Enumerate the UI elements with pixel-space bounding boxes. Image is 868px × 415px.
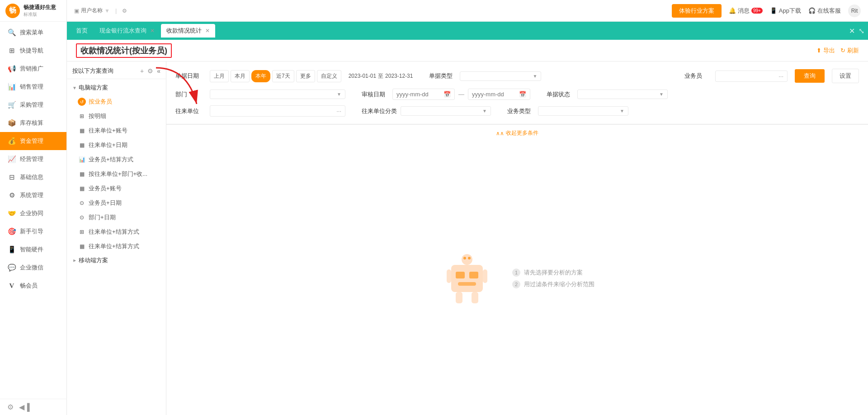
- sidebar-bottom: ⚙ ◀▐: [0, 399, 66, 415]
- left-panel-title: 按以下方案查询: [72, 67, 113, 75]
- sidebar-item-marketing[interactable]: 📢 营销推广: [0, 60, 66, 78]
- tree-item-by-salesperson-date[interactable]: ⊙ 业务员+日期: [67, 196, 166, 210]
- svg-point-9: [463, 257, 466, 259]
- step-num-2: 2: [512, 280, 520, 288]
- settings-button[interactable]: 设置: [832, 69, 859, 83]
- this-year-btn[interactable]: 本年: [251, 70, 270, 82]
- review-date-from[interactable]: 📅: [392, 89, 455, 100]
- counterparty-label: 往来单位: [175, 107, 203, 115]
- tree-item-by-dept-date[interactable]: ⊙ 部门+日期: [67, 210, 166, 225]
- empty-illustration: [440, 247, 494, 310]
- svg-rect-1: [456, 272, 465, 278]
- tab-collection-stats[interactable]: 收款情况统计 ✕: [161, 24, 215, 38]
- add-scheme-icon[interactable]: +: [140, 67, 144, 75]
- calendar-icon-1: 📅: [443, 91, 451, 98]
- header-right: 体验行业方案 🔔 消息 99+ 📱 App下载 🎧 在线客服 Rit: [672, 4, 861, 18]
- notification-icon: 🔔: [729, 7, 736, 14]
- business-type-select[interactable]: ▼: [538, 106, 628, 116]
- review-date-from-input[interactable]: [396, 91, 442, 98]
- tab-bank-flow[interactable]: 现金银行流水查询 ✕: [94, 24, 160, 38]
- salesperson-select[interactable]: ···: [715, 71, 788, 82]
- tree-section-mobile[interactable]: ▼ 移动端方案: [67, 254, 166, 267]
- department-select[interactable]: ▼: [210, 90, 345, 99]
- tab-maximize-icon[interactable]: ⤡: [859, 27, 864, 35]
- tree-arrow-mobile: ▼: [72, 258, 77, 263]
- prev-month-btn[interactable]: 上月: [210, 70, 229, 82]
- settings-header-icon[interactable]: ⚙: [122, 8, 127, 14]
- tree-item-by-salesperson-account[interactable]: ▦ 业务员+账号: [67, 181, 166, 196]
- review-date-to[interactable]: 📅: [468, 89, 530, 100]
- tree-item-by-unit-settlement2[interactable]: ▦ 往来单位+结算方式: [67, 239, 166, 254]
- query-button[interactable]: 查询: [795, 69, 825, 83]
- member-icon: V: [7, 281, 16, 290]
- collapse-bar[interactable]: ∧∧ 收起更多条件: [166, 124, 868, 141]
- sidebar-item-guide[interactable]: 🎯 新手引导: [0, 222, 66, 241]
- refresh-icon: ↻: [840, 47, 845, 54]
- counterparty-category-select[interactable]: ▼: [401, 106, 491, 116]
- business-type-chevron: ▼: [620, 108, 624, 113]
- tab-bar-actions: ✕ ⤡: [849, 27, 864, 35]
- empty-step-1: 1 请先选择要分析的方案: [512, 269, 594, 277]
- tree-item-by-unit-settlement1[interactable]: ⊞ 往来单位+结算方式: [67, 225, 166, 239]
- tree-item-by-unit-dept[interactable]: ▦ 按往来单位+部门+收...: [67, 167, 166, 181]
- table-icon-3: ▦: [78, 170, 86, 178]
- sidebar-item-basic[interactable]: ⊟ 基础信息: [0, 168, 66, 186]
- last7-btn[interactable]: 近7天: [272, 70, 294, 82]
- left-panel: 按以下方案查询 + ⚙ « ▼ 电脑端方案 ↺: [67, 61, 166, 415]
- main-area: ▣ 用户名称 ▼ | ⚙ 体验行业方案 🔔 消息 99+ 📱 App下载 🎧 在…: [67, 0, 868, 415]
- trial-button[interactable]: 体验行业方案: [672, 4, 722, 18]
- sidebar-item-sales[interactable]: 📊 销售管理: [0, 78, 66, 96]
- department-chevron: ▼: [337, 92, 341, 97]
- counterparty-select[interactable]: ···: [210, 105, 345, 117]
- date-buttons-group: 上月 本月 本年 近7天 更多 自定义: [210, 70, 341, 82]
- this-month-btn[interactable]: 本月: [231, 70, 250, 82]
- notification-action[interactable]: 🔔 消息 99+: [729, 7, 763, 15]
- tab-home[interactable]: 首页: [71, 24, 93, 38]
- app-download-action[interactable]: 📱 App下载: [770, 7, 801, 15]
- export-button[interactable]: ⬆ 导出: [816, 47, 835, 55]
- tab-bank-flow-close[interactable]: ✕: [150, 28, 155, 34]
- scheme-settings-icon[interactable]: ⚙: [147, 67, 153, 75]
- table-icon-5: ▦: [78, 242, 86, 250]
- sidebar-item-search[interactable]: 🔍 搜索菜单: [0, 24, 66, 42]
- svg-rect-2: [469, 272, 478, 278]
- tree-item-by-unit-date[interactable]: ▦ 往来单位+日期: [67, 138, 166, 152]
- tab-minimize-icon[interactable]: ✕: [849, 27, 855, 35]
- user-profile-action[interactable]: Rit: [848, 5, 861, 17]
- refresh-button[interactable]: ↻ 刷新: [840, 47, 859, 55]
- active-scheme-icon: ↺: [78, 98, 86, 106]
- sidebar-item-enterprise[interactable]: 🤝 企业协同: [0, 204, 66, 222]
- tree-arrow-desktop: ▼: [72, 85, 77, 90]
- sidebar-logo: 畅 畅捷通好生意 标准版: [0, 0, 66, 22]
- review-date-to-input[interactable]: [472, 91, 517, 98]
- sidebar-item-member[interactable]: V 畅会员: [0, 277, 66, 295]
- tree-item-by-unit-account[interactable]: ▦ 往来单位+账号: [67, 123, 166, 138]
- collapse-sidebar-icon[interactable]: ◀▐: [19, 403, 29, 411]
- sidebar-item-wechat[interactable]: 💬 企业微信: [0, 259, 66, 277]
- document-type-select[interactable]: ▼: [460, 71, 541, 81]
- tree-item-by-salesperson-settlement[interactable]: 📊 业务员+结算方式: [67, 152, 166, 167]
- grid-icon: ⊞: [78, 112, 86, 120]
- sidebar-item-finance[interactable]: 💰 资金管理: [0, 132, 66, 150]
- user-dropdown-icon[interactable]: ▼: [104, 8, 110, 14]
- more-date-btn[interactable]: 更多: [296, 70, 315, 82]
- filter-area: 单据日期 上月 本月 本年 近7天 更多 自定义 2023-01-01 至: [166, 61, 868, 124]
- svg-rect-6: [456, 292, 462, 303]
- collapse-panel-icon[interactable]: «: [157, 67, 160, 75]
- basic-icon: ⊟: [7, 173, 16, 182]
- sidebar-item-quick-nav[interactable]: ⊞ 快捷导航: [0, 42, 66, 60]
- tab-collection-stats-close[interactable]: ✕: [205, 28, 210, 34]
- empty-step-2: 2 用过滤条件来缩小分析范围: [512, 280, 594, 288]
- sidebar-item-operation[interactable]: 📈 经营管理: [0, 150, 66, 168]
- tree-section-desktop[interactable]: ▼ 电脑端方案: [67, 81, 166, 94]
- custom-date-btn[interactable]: 自定义: [317, 70, 341, 82]
- sidebar-item-inventory[interactable]: 📦 库存核算: [0, 114, 66, 132]
- sidebar-item-hardware[interactable]: 📱 智能硬件: [0, 241, 66, 259]
- document-status-select[interactable]: ▼: [577, 90, 668, 99]
- settings-bottom-icon[interactable]: ⚙: [7, 403, 14, 411]
- sidebar-item-purchase[interactable]: 🛒 采购管理: [0, 96, 66, 114]
- sidebar-item-system[interactable]: ⚙ 系统管理: [0, 186, 66, 204]
- tree-item-by-detail[interactable]: ⊞ 按明细: [67, 109, 166, 123]
- online-service-action[interactable]: 🎧 在线客服: [808, 7, 841, 15]
- tree-item-by-salesperson[interactable]: ↺ 按业务员: [67, 94, 166, 109]
